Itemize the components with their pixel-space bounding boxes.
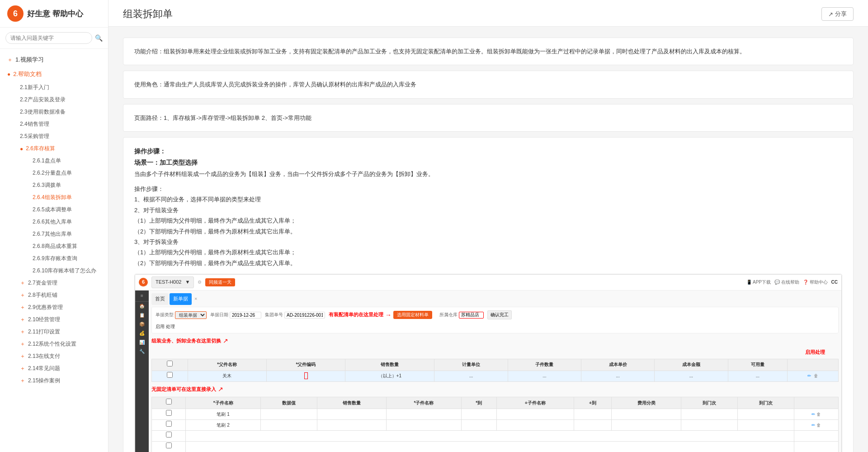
- select-all-checkbox[interactable]: [167, 361, 173, 366]
- main-content: 功能介绍：组装拆卸单用来处理企业组装或拆卸等加工业务，支持有固定装配清单的产品加…: [108, 27, 868, 452]
- lower-v7-1: [612, 409, 681, 420]
- lth-v3: *子件名称: [387, 397, 461, 409]
- sidebar: 6 好生意 帮助中心 🔍 ＋ 1.视频学习 ● 2.帮助文档 2.1新手入门 2…: [0, 0, 108, 452]
- main-area: 组装拆卸单 ↗ 分享 功能介绍：组装拆卸单用来处理企业组装或拆卸等加工业务，支持…: [108, 0, 868, 452]
- upper-table-head: *父件名称 *父件编码 销售数量 计量单位 子件数量 成本单价 成本金额 可用量: [152, 359, 839, 371]
- sidebar-item-coupon[interactable]: ＋ 2.9优惠券管理: [13, 301, 108, 314]
- lower-select-all[interactable]: [166, 399, 172, 404]
- td-sales-qty: （以上）+1: [345, 371, 434, 381]
- lower-v4-1: [461, 409, 496, 420]
- warehouse-field: 所属仓库: [439, 311, 484, 319]
- sidebar-item-assemble[interactable]: 2.6.4组装拆卸单: [25, 191, 108, 204]
- lower-del1-icon[interactable]: 🗑: [816, 412, 821, 417]
- sidebar-item-ops[interactable]: ＋ 2.10经营管理: [13, 314, 108, 326]
- sidebar-item-inventory[interactable]: ● 2.6库存核算: [13, 143, 108, 155]
- nav-sub-docs: 2.1新手入门 2.2产品安装及登录 2.3使用前数据准备 2.4销售管理 2.…: [0, 81, 108, 387]
- sidebar-item-docs[interactable]: ● 2.帮助文档: [0, 67, 108, 81]
- lower-row4-checkbox[interactable]: [166, 442, 172, 448]
- lower-row-3: [152, 431, 839, 442]
- sidebar-item-account-check[interactable]: 2.6.9库存账本查询: [25, 252, 108, 265]
- edit-icon[interactable]: ✏: [807, 373, 811, 378]
- delete-icon[interactable]: 🗑: [814, 373, 818, 378]
- lower-ops-4[interactable]: [794, 442, 838, 452]
- sidebar-item-goods-cost[interactable]: 2.6.8商品成本重算: [25, 240, 108, 252]
- share-icon: ↗: [828, 11, 833, 18]
- sidebar-item-print[interactable]: ＋ 2.11打印设置: [13, 326, 108, 338]
- scene1-title: 场景一：加工类型选择: [134, 157, 842, 168]
- sidebar-item-custom[interactable]: ＋ 2.12系统个性化设置: [13, 338, 108, 350]
- lower-ops-3[interactable]: [794, 431, 838, 442]
- arrow1-icon: →: [385, 309, 392, 321]
- row-checkbox[interactable]: [167, 372, 173, 378]
- lower-v6-1: [574, 409, 612, 420]
- lower-row2-checkbox[interactable]: [166, 421, 172, 427]
- sidebar-header: 6 好生意 帮助中心: [0, 0, 108, 28]
- sidebar-item-new[interactable]: 2.1新手入门: [13, 81, 108, 94]
- sidebar-item-mobile[interactable]: ＋ 2.8手机旺铺: [13, 289, 108, 301]
- num-label: 集团单号: [265, 311, 283, 319]
- sidebar-item-online-pay[interactable]: ＋ 2.13在线支付: [13, 350, 108, 362]
- sidebar-item-stocktake[interactable]: 2.6.1盘点单: [25, 155, 108, 167]
- td-ops[interactable]: ✏ 🗑: [788, 371, 839, 381]
- sidebar-item-cost-adj[interactable]: 2.6.5成本调整单: [25, 204, 108, 216]
- td-check[interactable]: [152, 371, 188, 381]
- lower-v7-2: [612, 420, 681, 431]
- lth-name: *子件名称: [186, 397, 260, 409]
- num-input[interactable]: [284, 312, 325, 319]
- sidebar-item-transfer[interactable]: 2.6.3调拨单: [25, 179, 108, 191]
- sidebar-item-other-out[interactable]: 2.6.7其他出库单: [25, 228, 108, 240]
- role-text: 使用角色：通常由生产人员或库管人员完成拆装业务的操作，库管人员确认原材料的出库和…: [134, 79, 842, 90]
- fixed-material-btn[interactable]: 选用固定材料单: [393, 311, 432, 319]
- steps-intro: 操作步骤：: [134, 184, 842, 194]
- tab-close[interactable]: ×: [193, 293, 199, 305]
- lower-table-body: 笔刷 1: [152, 409, 839, 452]
- tab-home[interactable]: 首页: [151, 293, 169, 305]
- sidebar-item-case[interactable]: ＋ 2.15操作案例: [13, 375, 108, 387]
- warehouse-input[interactable]: [459, 312, 484, 319]
- plus-icon-ops: ＋: [20, 316, 25, 324]
- sidebar-item-quantity[interactable]: 2.6.2分量盘点单: [25, 167, 108, 179]
- sidebar-item-finance[interactable]: ＋ 2.7资金管理: [13, 277, 108, 289]
- plus-icon-finance: ＋: [20, 279, 25, 287]
- sidebar-item-other-in[interactable]: 2.6.6其他入库单: [25, 216, 108, 228]
- lower-ops-2[interactable]: ✏ 🗑: [794, 420, 838, 431]
- tab-new-doc[interactable]: 新单据: [170, 293, 192, 305]
- lower-row1-checkbox[interactable]: [166, 410, 172, 416]
- company-selector[interactable]: TEST-H002 ▼: [151, 276, 194, 288]
- online-help-badge: 💬 在线帮助: [774, 278, 799, 286]
- date-input[interactable]: [230, 312, 261, 319]
- path-card: 页面路径：1、库存核算->库存管理->组装拆卸单 2、首页->常用功能: [123, 104, 854, 132]
- lower-edit2-icon[interactable]: ✏: [811, 423, 815, 428]
- plus-icon-custom: ＋: [20, 340, 25, 348]
- lower-row3-checkbox[interactable]: [166, 432, 172, 438]
- step3b: （2）下部明细为子件明细，最终作为产成品生成其它入库单。: [134, 258, 842, 268]
- lower-del2-icon[interactable]: 🗑: [816, 423, 821, 428]
- sidebar-item-data[interactable]: 2.3使用前数据准备: [13, 106, 108, 118]
- type-select[interactable]: 组装单据 拆卸单据: [175, 311, 207, 319]
- sidebar-item-sales[interactable]: 2.4销售管理: [13, 118, 108, 130]
- search-input[interactable]: [5, 32, 92, 44]
- lower-edit1-icon[interactable]: ✏: [811, 412, 815, 417]
- td-parent-name: 关木: [188, 371, 266, 381]
- sidebar-item-faq[interactable]: ＋ 2.14常见问题: [13, 362, 108, 375]
- th-cost-price: 成本单价: [581, 359, 655, 371]
- annotation1-text: 有装配清单的在这里处理: [329, 310, 383, 319]
- search-button[interactable]: 🔍: [95, 34, 103, 42]
- sidebar-item-account-err[interactable]: 2.6.10库存账本错了怎么办: [25, 265, 108, 277]
- lower-v3-2: [387, 420, 461, 431]
- th-action: [788, 359, 839, 371]
- th-sales-qty: 销售数量: [345, 359, 434, 371]
- sidebar-item-video[interactable]: ＋ 1.视频学习: [0, 52, 108, 67]
- sidebar-item-purchase[interactable]: 2.5采购管理: [13, 130, 108, 143]
- upper-table-body: 关木 （以上）+1 ... ... ... ...: [152, 371, 839, 381]
- sidebar-item-install[interactable]: 2.2产品安装及登录: [13, 94, 108, 106]
- search-box[interactable]: 🔍: [0, 28, 108, 49]
- lower-v5-1: [496, 409, 574, 420]
- confirm-btn[interactable]: 确认完工: [487, 310, 512, 319]
- upper-table: *父件名称 *父件编码 销售数量 计量单位 子件数量 成本单价 成本金额 可用量: [151, 359, 839, 382]
- lower-ops-1[interactable]: ✏ 🗑: [794, 409, 838, 420]
- form-header: 单据类型 组装单据 拆卸单据 单据日期: [151, 307, 839, 333]
- topbar-freq-btn[interactable]: 同频道一天: [205, 278, 235, 286]
- share-button[interactable]: ↗ 分享: [821, 7, 854, 21]
- app-main: 首页 新单据 × 单据类型 组装单据: [149, 290, 841, 452]
